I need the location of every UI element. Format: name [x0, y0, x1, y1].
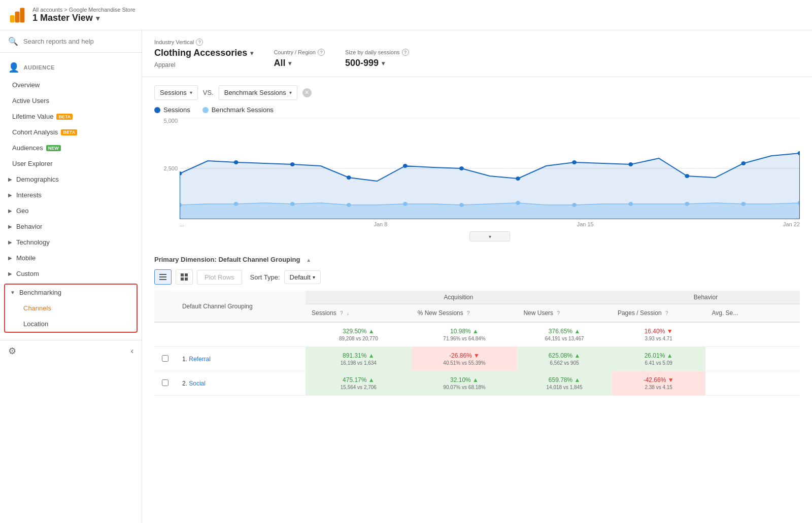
view-selector[interactable]: 1 Master View ▾ [32, 13, 136, 23]
size-dropdown-icon: ▾ [382, 60, 385, 67]
row2-checkbox[interactable] [162, 379, 168, 386]
totals-checkbox-cell [154, 322, 176, 347]
svg-rect-1 [15, 11, 20, 22]
plot-rows-button[interactable]: Plot Rows [197, 270, 242, 285]
breadcrumb: All accounts > Google Merchandise Store [32, 7, 136, 13]
remove-metric-button[interactable]: ✕ [302, 88, 312, 97]
search-input[interactable] [23, 38, 133, 45]
header-pages-session: Pages / Session ? [612, 304, 706, 323]
totals-new-users-vs: 64,191 vs 13,467 [523, 336, 605, 341]
custom-arrow: ▶ [8, 271, 12, 276]
new-sessions-help-icon[interactable]: ? [467, 310, 470, 316]
svg-point-24 [403, 164, 408, 168]
header-behavior-group: Behavior [612, 291, 800, 304]
range-slider-area: ▾ [180, 231, 800, 241]
content-area: Industry Vertical ? Clothing Accessories… [142, 30, 812, 523]
sort-label: Sort Type: [250, 273, 280, 281]
chart-container: 5,000 2,500 [154, 118, 800, 241]
grid-view-button[interactable] [176, 269, 193, 285]
benchmarking-arrow: ▼ [10, 290, 15, 295]
y-axis: 5,000 2,500 [154, 118, 180, 219]
country-region-help[interactable]: ? [318, 49, 325, 56]
sidebar-item-technology[interactable]: ▶ Technology [0, 234, 142, 250]
size-value[interactable]: 500-999 ▾ [345, 58, 409, 68]
metric2-select[interactable]: Benchmark Sessions ▾ [219, 85, 297, 100]
table-row: 2. Social 475.17% ▲ 15,564 vs 2,706 [154, 371, 800, 396]
pages-help-icon[interactable]: ? [665, 310, 668, 316]
row2-new-sessions-pct: 32.10% ▲ [418, 376, 512, 383]
chart-section: Sessions ▾ VS. Benchmark Sessions ▾ ✕ Se… [142, 77, 812, 250]
svg-marker-19 [180, 153, 800, 219]
sort-select[interactable]: Default ▾ [284, 270, 321, 284]
svg-rect-2 [20, 8, 24, 22]
geo-arrow: ▶ [8, 208, 12, 214]
row1-pages-vs: 6.41 vs 5.09 [618, 360, 700, 366]
table-controls: Plot Rows Sort Type: Default ▾ [154, 269, 800, 285]
range-slider-toggle[interactable]: ▾ [469, 231, 510, 241]
sidebar-sub-location[interactable]: Location [5, 316, 137, 332]
size-label: Size by daily sessions ? [345, 49, 409, 56]
grid-view-icon [180, 273, 188, 281]
dimension-collapse-icon[interactable]: ▲ [306, 257, 311, 263]
sidebar-item-lifetime-value[interactable]: Lifetime Value BETA [0, 109, 142, 124]
legend-benchmark-dot [202, 107, 209, 113]
totals-sessions: 329.50% ▲ 89,208 vs 20,770 [306, 322, 412, 347]
size-help[interactable]: ? [402, 49, 409, 56]
metric1-select[interactable]: Sessions ▾ [154, 85, 198, 100]
header-new-users: New Users ? [517, 304, 612, 323]
sidebar-item-behavior[interactable]: ▶ Behavior [0, 219, 142, 234]
row2-sessions-pct: 475.17% ▲ [312, 376, 405, 383]
sidebar-item-interests[interactable]: ▶ Interests [0, 187, 142, 203]
table-row: 1. Referral 891.31% ▲ 16,198 vs 1,634 [154, 347, 800, 371]
sidebar-item-active-users[interactable]: Active Users [0, 93, 142, 109]
table-section: Primary Dimension: Default Channel Group… [142, 256, 812, 408]
row1-new-sessions-vs: 40.51% vs 55.39% [418, 360, 512, 366]
industry-vertical-value[interactable]: Clothing Accessories ▾ [154, 48, 253, 58]
row1-checkbox[interactable] [162, 355, 168, 362]
industry-vertical-dropdown-icon: ▾ [250, 50, 253, 57]
settings-row[interactable]: ⚙ ‹ [0, 340, 142, 362]
primary-dimension: Primary Dimension: Default Channel Group… [154, 256, 800, 263]
ga-logo [8, 6, 26, 24]
header-channel-grouping: Default Channel Grouping [176, 291, 306, 322]
sessions-sort-icon[interactable]: ↓ [347, 310, 349, 316]
sessions-help-icon[interactable]: ? [340, 310, 343, 316]
totals-new-users-pct: 376.65% ▲ [523, 328, 605, 335]
benchmarking-header[interactable]: ▼ Benchmarking [5, 285, 137, 300]
sidebar-section-header: 👤 AUDIENCE [0, 58, 142, 77]
row2-new-sessions-arrow: ▲ [472, 376, 479, 383]
sidebar-item-mobile[interactable]: ▶ Mobile [0, 250, 142, 266]
chart-plot-area: ... Jan 8 Jan 15 Jan 22 ▾ [180, 118, 800, 241]
sidebar-item-custom[interactable]: ▶ Custom [0, 266, 142, 282]
new-users-help-icon[interactable]: ? [557, 310, 560, 316]
sidebar-item-overview[interactable]: Overview [0, 77, 142, 93]
sidebar-sub-channels[interactable]: Channels [5, 300, 137, 316]
sidebar-item-cohort-analysis[interactable]: Cohort Analysis BETA [0, 124, 142, 140]
collapse-icon[interactable]: ‹ [131, 346, 133, 356]
row1-sessions: 891.31% ▲ 16,198 vs 1,634 [306, 347, 412, 371]
row1-pages-pct: 26.01% ▲ [618, 352, 700, 359]
sort-dropdown-icon: ▾ [313, 274, 315, 280]
totals-new-sessions: 10.98% ▲ 71.96% vs 64.84% [412, 322, 518, 347]
sidebar-item-demographics[interactable]: ▶ Demographics [0, 171, 142, 187]
country-region-value[interactable]: All ▾ [274, 58, 325, 68]
size-filter: Size by daily sessions ? 500-999 ▾ [345, 49, 409, 68]
header-new-sessions: % New Sessions ? [412, 304, 518, 323]
header-sessions: Sessions ? ↓ [306, 304, 412, 323]
list-view-button[interactable] [154, 269, 172, 285]
row1-pages-arrow: ▲ [667, 352, 673, 359]
main-layout: 🔍 👤 AUDIENCE Overview Active Users Lifet… [0, 30, 812, 523]
header-checkbox-col [154, 291, 176, 322]
industry-vertical-help[interactable]: ? [196, 39, 203, 46]
sidebar-item-user-explorer[interactable]: User Explorer [0, 156, 142, 171]
totals-pages-vs: 3.93 vs 4.71 [618, 336, 700, 341]
sidebar-item-audiences[interactable]: Audiences NEW [0, 140, 142, 156]
benchmarking-group: ▼ Benchmarking Channels Location [4, 284, 138, 333]
totals-avg [705, 322, 800, 347]
sidebar-item-geo[interactable]: ▶ Geo [0, 203, 142, 219]
chart-svg [180, 118, 800, 219]
svg-point-25 [459, 166, 464, 170]
mobile-arrow: ▶ [8, 255, 12, 261]
totals-sessions-arrow: ▲ [368, 328, 375, 335]
row2-pages-pct: -42.66% ▼ [618, 376, 700, 383]
